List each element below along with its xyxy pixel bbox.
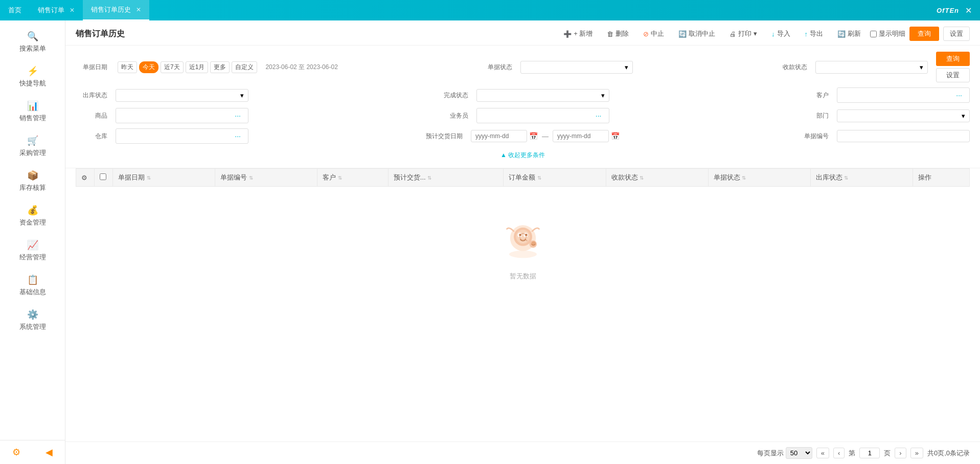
customer-ellipsis[interactable]: ··· [953, 90, 965, 100]
custom-btn[interactable]: 自定义 [232, 61, 257, 73]
customer-input[interactable]: ··· [837, 87, 970, 103]
sort-bill-status-icon: ⇅ [742, 175, 746, 181]
tab-sales-order[interactable]: 销售订单 ✕ [30, 0, 83, 20]
warehouse-ellipsis[interactable]: ··· [232, 131, 244, 141]
yesterday-btn[interactable]: 昨天 [118, 61, 137, 73]
search-icon: 🔍 [27, 31, 38, 42]
sidebar-item-system[interactable]: ⚙️ 系统管理 [0, 303, 65, 338]
product-input[interactable]: ··· [116, 108, 248, 123]
sidebar-label-finance: 资金管理 [19, 218, 46, 227]
sidebar-item-search[interactable]: 🔍 搜索菜单 [0, 25, 65, 59]
col-receipt-status[interactable]: 收款状态 ⇅ [606, 169, 708, 187]
complete-status-chevron: ▾ [601, 92, 605, 99]
bill-status-select[interactable]: ▾ [520, 61, 633, 74]
select-all-checkbox[interactable] [100, 173, 106, 180]
salesperson-input[interactable]: ··· [476, 108, 609, 123]
sidebar-item-sales[interactable]: 📊 销售管理 [0, 94, 65, 129]
filter-row-2: 出库状态 ▾ 完成状态 ▾ 客户 ··· [76, 87, 970, 103]
date-quick-buttons: 昨天 今天 近7天 近1月 更多 自定义 [118, 61, 257, 73]
sidebar-label-quick-nav: 快捷导航 [19, 79, 46, 88]
receipt-status-select[interactable]: ▾ [815, 61, 928, 74]
sidebar-item-operations[interactable]: 📈 经营管理 [0, 233, 65, 268]
col-bill-status-label: 单据状态 [714, 173, 740, 181]
col-checkbox[interactable] [95, 169, 113, 187]
total-info: 共0页,0条记录 [927, 449, 970, 458]
prev-page-btn[interactable]: ‹ [833, 448, 845, 458]
filter-row-4: 仓库 ··· 预计交货日期 📅 — 📅 单据编号 [76, 128, 970, 144]
delete-button[interactable]: 🗑 删除 [602, 27, 634, 40]
first-page-btn[interactable]: « [816, 448, 829, 458]
display-detail-checkbox[interactable] [870, 31, 877, 37]
cancel-stop-button[interactable]: 🔄 取消中止 [673, 27, 720, 40]
collapse-more-btn[interactable]: ▲ 收起更多条件 [76, 149, 970, 162]
calendar-start-icon[interactable]: 📅 [529, 132, 538, 140]
query-button[interactable]: 查询 [909, 27, 939, 41]
tab-sales-order-close[interactable]: ✕ [70, 7, 75, 14]
col-settings[interactable]: ⚙ [76, 169, 95, 187]
display-detail-toggle[interactable]: 显示明细 [870, 29, 905, 38]
print-button[interactable]: 🖨 打印 ▾ [724, 27, 762, 40]
empty-row: 暂无数据 [76, 187, 970, 312]
department-select[interactable]: ▾ [837, 109, 970, 122]
sidebar-item-finance[interactable]: 💰 资金管理 [0, 198, 65, 233]
page-title: 销售订单历史 [76, 29, 125, 39]
out-status-select[interactable]: ▾ [116, 89, 248, 102]
today-btn[interactable]: 今天 [139, 61, 158, 73]
calendar-end-icon[interactable]: 📅 [611, 132, 620, 140]
stop-button[interactable]: ⊘ 中止 [638, 27, 669, 40]
salesperson-label: 业务员 [437, 112, 472, 120]
sidebar-item-base-info[interactable]: 📋 基础信息 [0, 268, 65, 303]
tab-sales-order-label: 销售订单 [38, 6, 64, 15]
department-chevron: ▾ [962, 112, 965, 120]
settings-button[interactable]: 设置 [943, 27, 970, 41]
sidebar-label-search: 搜索菜单 [19, 44, 46, 53]
tab-sales-history-close[interactable]: ✕ [136, 6, 141, 13]
window-close-icon[interactable]: ✕ [965, 6, 972, 15]
delivery-date-end[interactable] [553, 130, 609, 142]
1month-btn[interactable]: 近1月 [186, 61, 209, 73]
export-button[interactable]: ↑ 导出 [800, 27, 829, 40]
sidebar-label-purchase: 采购管理 [19, 148, 46, 158]
refresh-button[interactable]: 🔄 刷新 [832, 27, 866, 40]
col-out-status-label: 出库状态 [816, 173, 842, 181]
product-ellipsis[interactable]: ··· [232, 111, 244, 121]
bill-status-label: 单据状态 [481, 63, 516, 72]
new-button[interactable]: ➕ + 新增 [558, 27, 598, 40]
sidebar-item-quick-nav[interactable]: ⚡ 快捷导航 [0, 59, 65, 94]
next-page-btn[interactable]: › [895, 448, 906, 458]
table-settings-icon[interactable]: ⚙ [81, 174, 87, 182]
collapse-more-row: ▲ 收起更多条件 [76, 149, 970, 162]
stop-icon: ⊘ [643, 30, 649, 38]
col-amount[interactable]: 订单金额 ⇅ [504, 169, 606, 187]
sidebar-item-inventory[interactable]: 📦 库存核算 [0, 164, 65, 198]
complete-status-select[interactable]: ▾ [476, 89, 609, 102]
col-delivery[interactable]: 预计交货... ⇅ [388, 169, 504, 187]
sort-delivery-icon: ⇅ [427, 175, 431, 181]
tab-home[interactable]: 首页 [0, 0, 30, 20]
per-page-select[interactable]: 50 100 [786, 447, 812, 459]
sidebar-item-purchase[interactable]: 🛒 采购管理 [0, 129, 65, 164]
warehouse-input[interactable]: ··· [116, 128, 248, 144]
delivery-date-start[interactable] [471, 130, 527, 142]
col-out-status[interactable]: 出库状态 ⇅ [810, 169, 913, 187]
page-num-input[interactable] [859, 448, 880, 458]
query-button-2[interactable]: 查询 [936, 52, 970, 66]
last-page-btn[interactable]: » [910, 448, 923, 458]
7days-btn[interactable]: 近7天 [161, 61, 184, 73]
bill-no-input[interactable] [837, 130, 970, 142]
col-bill-no[interactable]: 单据编号 ⇅ [215, 169, 317, 187]
settings-button-2[interactable]: 设置 [936, 68, 970, 82]
col-bill-status[interactable]: 单据状态 ⇅ [708, 169, 810, 187]
sort-out-status-icon: ⇅ [844, 175, 848, 181]
empty-text: 暂无数据 [510, 272, 536, 281]
salesperson-ellipsis[interactable]: ··· [592, 111, 605, 121]
tab-sales-history[interactable]: 销售订单历史 ✕ [83, 0, 149, 20]
settings-bottom-icon[interactable]: ⚙ [12, 447, 20, 458]
collapse-icon[interactable]: ◀ [45, 447, 53, 458]
col-customer[interactable]: 客户 ⇅ [317, 169, 389, 187]
svg-point-0 [509, 251, 537, 258]
import-button[interactable]: ↓ 导入 [766, 27, 795, 40]
more-btn[interactable]: 更多 [210, 61, 230, 73]
col-date-label: 单据日期 [118, 173, 145, 181]
col-date[interactable]: 单据日期 ⇅ [113, 169, 215, 187]
